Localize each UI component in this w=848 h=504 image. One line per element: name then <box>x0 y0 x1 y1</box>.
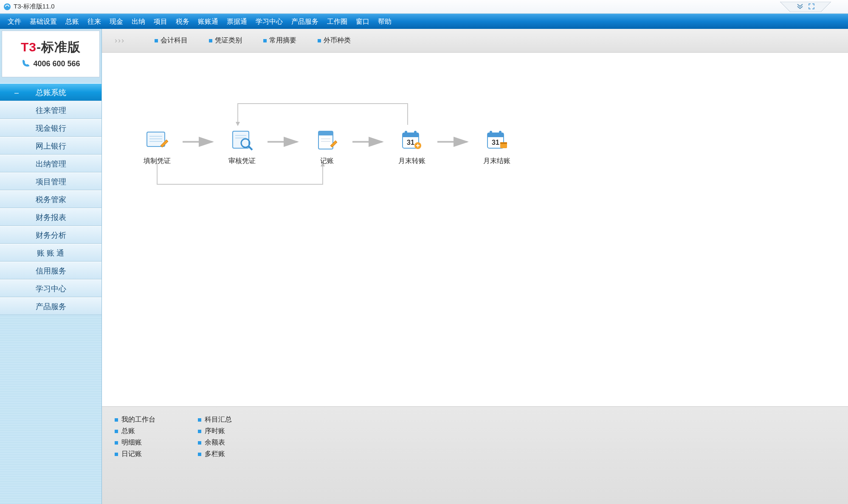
svg-rect-16 <box>318 131 333 135</box>
sub-toolbar: ››› 会计科目 凭证类别 常用摘要 外币种类 <box>102 29 848 53</box>
toolbar-link-voucher-types[interactable]: 凭证类别 <box>209 36 242 45</box>
svg-rect-20 <box>403 133 419 137</box>
title-bar: T3-标准版11.0 <box>0 0 848 14</box>
sidebar-item-product[interactable]: 产品服务 <box>0 297 101 315</box>
bottom-col-1: 我的工作台 总账 明细账 日记账 <box>115 415 155 496</box>
bullet-icon <box>318 39 321 42</box>
menu-project[interactable]: 项目 <box>149 14 172 29</box>
svg-point-22 <box>414 131 417 133</box>
logo-suffix: -标准版 <box>37 40 81 54</box>
bottom-col-2: 科目汇总 序时账 余额表 多栏账 <box>198 415 232 496</box>
workflow-step-audit-voucher[interactable]: 审核凭证 <box>217 127 268 166</box>
bottom-link-label: 多栏账 <box>205 450 225 459</box>
menu-workcircle[interactable]: 工作圈 <box>323 14 352 29</box>
sidebar-item-credit[interactable]: 信用服务 <box>0 262 101 279</box>
toolbar-link-label: 凭证类别 <box>215 36 242 45</box>
svg-point-27 <box>490 131 492 133</box>
bottom-link-multi-column[interactable]: 多栏账 <box>198 450 232 459</box>
app-title: T3-标准版11.0 <box>14 3 55 11</box>
nav-list: 总账系统 往来管理 现金银行 网上银行 出纳管理 项目管理 税务管家 财务报表 … <box>0 83 101 315</box>
bottom-link-chronological[interactable]: 序时账 <box>198 427 232 436</box>
sidebar-item-zzt[interactable]: 账 账 通 <box>0 244 101 262</box>
bottom-link-label: 日记账 <box>121 450 142 459</box>
sidebar-item-analysis[interactable]: 财务分析 <box>0 226 101 244</box>
menu-transactions[interactable]: 往来 <box>83 14 105 29</box>
menu-bill[interactable]: 票据通 <box>223 14 251 29</box>
svg-point-28 <box>499 131 501 133</box>
workflow-step-book[interactable]: 记账 <box>301 127 352 166</box>
menu-general-ledger[interactable]: 总账 <box>61 14 83 29</box>
expand-handle-icon[interactable]: ››› <box>115 36 125 45</box>
fullscreen-icon[interactable] <box>809 3 814 11</box>
toolbar-link-currency[interactable]: 外币种类 <box>318 36 351 45</box>
svg-point-0 <box>4 3 11 10</box>
svg-rect-31 <box>500 142 507 144</box>
workflow-step-create-voucher[interactable]: 填制凭证 <box>132 127 183 166</box>
workflow-step-month-close[interactable]: 31 月末结账 <box>471 127 522 166</box>
double-chevron-down-icon[interactable] <box>797 3 803 11</box>
bottom-link-subject-summary[interactable]: 科目汇总 <box>198 415 232 424</box>
bottom-link-journal[interactable]: 日记账 <box>115 450 155 459</box>
bottom-link-balance-sheet[interactable]: 余额表 <box>198 438 232 447</box>
sidebar-item-reports[interactable]: 财务报表 <box>0 208 101 226</box>
toolbar-link-label: 外币种类 <box>324 36 351 45</box>
sidebar: T3-标准版 4006 600 566 总账系统 往来管理 现金银行 网上银行 … <box>0 29 102 504</box>
voucher-edit-icon <box>142 127 172 152</box>
bullet-icon <box>198 418 201 422</box>
logo-box: T3-标准版 4006 600 566 <box>2 31 100 77</box>
svg-rect-26 <box>487 133 504 137</box>
sidebar-item-online-bank[interactable]: 网上银行 <box>0 137 101 155</box>
bullet-icon <box>115 430 118 433</box>
menu-zzt[interactable]: 账账通 <box>194 14 223 29</box>
book-icon <box>312 127 342 152</box>
menu-tax[interactable]: 税务 <box>172 14 194 29</box>
bullet-icon <box>198 453 201 456</box>
workflow-step-label: 记账 <box>301 157 352 166</box>
svg-text:31: 31 <box>492 139 499 146</box>
bottom-link-general-ledger[interactable]: 总账 <box>115 427 155 436</box>
bullet-icon <box>263 39 267 42</box>
workflow-step-month-transfer[interactable]: 31 月末转账 <box>386 127 437 166</box>
workflow-step-label: 审核凭证 <box>217 157 268 166</box>
phone-row: 4006 600 566 <box>21 59 80 69</box>
bullet-icon <box>115 441 118 445</box>
svg-text:31: 31 <box>407 139 414 146</box>
bottom-link-label: 我的工作台 <box>121 415 155 424</box>
menu-cashier[interactable]: 出纳 <box>127 14 149 29</box>
toolbar-link-subjects[interactable]: 会计科目 <box>155 36 188 45</box>
logo-prefix: T3 <box>21 40 37 54</box>
menu-window[interactable]: 窗口 <box>352 14 374 29</box>
workflow-step-label: 填制凭证 <box>132 157 183 166</box>
bottom-link-label: 总账 <box>121 427 135 436</box>
menu-basic-settings[interactable]: 基础设置 <box>25 14 61 29</box>
menu-learning[interactable]: 学习中心 <box>251 14 287 29</box>
sidebar-item-project-mgmt[interactable]: 项目管理 <box>0 172 101 190</box>
bullet-icon <box>198 430 201 433</box>
bullet-icon <box>115 418 118 422</box>
sidebar-item-tax[interactable]: 税务管家 <box>0 190 101 208</box>
sidebar-item-transactions[interactable]: 往来管理 <box>0 101 101 119</box>
svg-marker-1 <box>780 2 831 12</box>
sidebar-item-cash-bank[interactable]: 现金银行 <box>0 119 101 137</box>
svg-rect-10 <box>233 131 249 148</box>
menu-cash[interactable]: 现金 <box>105 14 127 29</box>
menu-help[interactable]: 帮助 <box>374 14 396 29</box>
bullet-icon <box>198 441 201 445</box>
bottom-link-workbench[interactable]: 我的工作台 <box>115 415 155 424</box>
workflow-step-label: 月末转账 <box>386 157 437 166</box>
voucher-audit-icon <box>227 127 257 152</box>
sidebar-item-cashier-mgmt[interactable]: 出纳管理 <box>0 155 101 172</box>
bottom-link-label: 序时账 <box>205 427 225 436</box>
menu-product[interactable]: 产品服务 <box>287 14 323 29</box>
bottom-link-detail-ledger[interactable]: 明细账 <box>115 438 155 447</box>
sidebar-item-learning[interactable]: 学习中心 <box>0 279 101 297</box>
app-icon <box>3 3 11 11</box>
bottom-link-label: 科目汇总 <box>205 415 232 424</box>
title-control-tray[interactable] <box>780 2 831 12</box>
workflow-step-label: 月末结账 <box>471 157 522 166</box>
title-right-controls <box>780 0 831 14</box>
menu-file[interactable]: 文件 <box>3 14 25 29</box>
toolbar-link-common-summary[interactable]: 常用摘要 <box>263 36 296 45</box>
sidebar-item-general-ledger[interactable]: 总账系统 <box>0 83 101 101</box>
bottom-panel: 我的工作台 总账 明细账 日记账 科目汇总 序时账 余额表 多栏账 <box>102 406 848 504</box>
